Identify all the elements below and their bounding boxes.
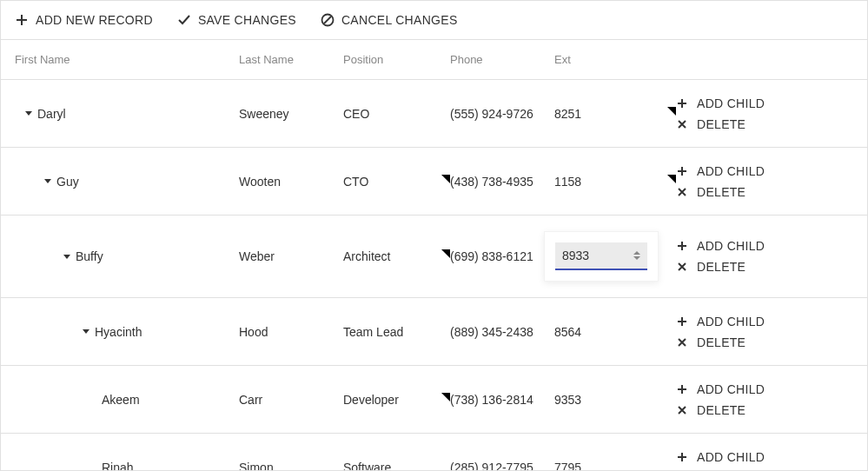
close-icon: [676, 261, 688, 273]
cell-position[interactable]: Architect: [343, 249, 450, 263]
cell-actions: ADD CHILDDELETE: [676, 315, 867, 349]
add-new-record-button[interactable]: ADD NEW RECORD: [15, 13, 153, 27]
cell-actions: ADD CHILDDELETE: [676, 450, 867, 471]
table-row: BuffyWeberArchitect(699) 838-6121ADD CHI…: [1, 216, 867, 298]
delete-button[interactable]: DELETE: [676, 185, 860, 199]
delete-button[interactable]: DELETE: [676, 260, 860, 274]
cell-last-name[interactable]: Simon: [239, 461, 343, 471]
cell-position[interactable]: Team Lead: [343, 325, 450, 339]
cell-last-name[interactable]: Wooten: [239, 175, 343, 189]
delete-button[interactable]: DELETE: [676, 117, 860, 131]
first-name-text: Akeem: [102, 393, 140, 407]
cell-position[interactable]: Developer: [343, 393, 450, 407]
cell-position[interactable]: CEO: [343, 107, 450, 121]
cell-first-name[interactable]: Buffy: [15, 249, 239, 263]
plus-icon: [676, 97, 688, 109]
add-child-button[interactable]: ADD CHILD: [676, 382, 860, 396]
ext-input[interactable]: [562, 249, 614, 262]
expand-caret-icon[interactable]: [83, 329, 89, 334]
check-icon: [177, 13, 191, 27]
dirty-indicator-icon: [667, 175, 676, 183]
delete-label: DELETE: [697, 403, 745, 417]
table-row: GuyWootenCTO(438) 738-49351158ADD CHILDD…: [1, 148, 867, 216]
first-name-text: Rinah: [102, 461, 134, 471]
dirty-indicator-icon: [441, 249, 450, 258]
add-child-button[interactable]: ADD CHILD: [676, 96, 860, 110]
expand-caret-icon[interactable]: [44, 179, 51, 183]
close-icon: [676, 118, 688, 130]
cancel-icon: [321, 13, 335, 27]
add-child-label: ADD CHILD: [697, 450, 765, 464]
cell-position[interactable]: Software: [343, 461, 450, 471]
cell-ext[interactable]: 1158: [554, 175, 676, 189]
delete-label: DELETE: [697, 185, 745, 199]
svg-line-1: [324, 17, 331, 23]
toolbar: ADD NEW RECORD SAVE CHANGES CANCEL CHANG…: [1, 1, 867, 40]
add-child-label: ADD CHILD: [697, 239, 765, 253]
treelist-container: { "toolbar": { "add": "ADD NEW RECORD", …: [0, 0, 868, 471]
dirty-indicator-icon: [667, 107, 676, 116]
cell-last-name[interactable]: Weber: [239, 249, 343, 263]
cell-position[interactable]: CTO: [343, 175, 450, 189]
expand-caret-icon[interactable]: [25, 111, 32, 116]
cell-phone[interactable]: (889) 345-2438: [450, 325, 554, 339]
delete-label: DELETE: [697, 335, 745, 349]
table-row: RinahSimonSoftware(285) 912-77957795ADD …: [1, 434, 867, 470]
dirty-indicator-icon: [441, 393, 450, 401]
cell-ext[interactable]: 7795: [554, 461, 676, 471]
add-child-label: ADD CHILD: [697, 164, 765, 178]
spinner-down-icon[interactable]: [633, 256, 640, 260]
header-ext[interactable]: Ext: [554, 53, 676, 66]
cell-ext[interactable]: 8251: [554, 107, 676, 121]
table-row: DarylSweeneyCEO(555) 924-97268251ADD CHI…: [1, 80, 867, 148]
cell-phone[interactable]: (285) 912-7795: [450, 461, 554, 471]
treelist-body[interactable]: DarylSweeneyCEO(555) 924-97268251ADD CHI…: [1, 80, 867, 470]
add-label: ADD NEW RECORD: [36, 13, 153, 27]
cell-phone[interactable]: (438) 738-4935: [450, 175, 554, 189]
dirty-indicator-icon: [441, 175, 450, 183]
cell-phone[interactable]: (555) 924-9726: [450, 107, 554, 121]
cell-first-name[interactable]: Akeem: [15, 393, 239, 407]
close-icon: [676, 186, 688, 198]
header-last-name[interactable]: Last Name: [239, 53, 343, 66]
add-child-button[interactable]: ADD CHILD: [676, 450, 860, 464]
column-headers: First Name Last Name Position Phone Ext: [1, 40, 867, 80]
save-changes-button[interactable]: SAVE CHANGES: [177, 13, 296, 27]
cell-ext[interactable]: 9353: [554, 393, 676, 407]
header-phone[interactable]: Phone: [450, 53, 554, 66]
cell-first-name[interactable]: Rinah: [15, 461, 239, 471]
cell-last-name[interactable]: Sweeney: [239, 107, 343, 121]
delete-button[interactable]: DELETE: [676, 403, 860, 417]
first-name-text: Hyacinth: [95, 325, 142, 339]
cell-last-name[interactable]: Hood: [239, 325, 343, 339]
cancel-changes-button[interactable]: CANCEL CHANGES: [321, 13, 458, 27]
delete-label: DELETE: [697, 117, 745, 131]
cell-last-name[interactable]: Carr: [239, 393, 343, 407]
ext-editor: [544, 231, 659, 282]
plus-icon: [676, 383, 688, 395]
header-position[interactable]: Position: [343, 53, 450, 66]
delete-button[interactable]: DELETE: [676, 335, 860, 349]
cell-ext[interactable]: 8564: [554, 325, 676, 339]
cell-phone[interactable]: (738) 136-2814: [450, 393, 554, 407]
cell-ext[interactable]: [554, 231, 676, 282]
add-child-button[interactable]: ADD CHILD: [676, 164, 860, 178]
cell-first-name[interactable]: Hyacinth: [15, 325, 239, 339]
save-label: SAVE CHANGES: [198, 13, 296, 27]
close-icon: [676, 336, 688, 348]
cell-actions: ADD CHILDDELETE: [676, 382, 867, 417]
add-child-button[interactable]: ADD CHILD: [676, 315, 860, 328]
cell-phone[interactable]: (699) 838-6121: [450, 249, 554, 263]
add-child-button[interactable]: ADD CHILD: [676, 239, 860, 253]
table-row: HyacinthHoodTeam Lead(889) 345-24388564A…: [1, 298, 867, 366]
header-first-name[interactable]: First Name: [15, 53, 239, 66]
spinner-up-icon[interactable]: [633, 251, 640, 255]
plus-icon: [676, 451, 688, 463]
expand-caret-icon[interactable]: [63, 255, 70, 259]
cell-first-name[interactable]: Guy: [15, 175, 239, 189]
cell-first-name[interactable]: Daryl: [15, 107, 239, 121]
first-name-text: Daryl: [37, 107, 66, 121]
cell-actions: ADD CHILDDELETE: [676, 96, 867, 131]
delete-label: DELETE: [697, 260, 745, 274]
cell-actions: ADD CHILDDELETE: [676, 164, 867, 199]
